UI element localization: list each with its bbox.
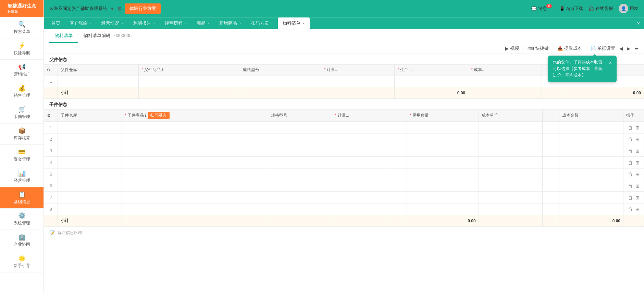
child-row-3-product[interactable] [122, 145, 268, 157]
child-row-5-warehouse[interactable] [58, 168, 122, 180]
child-row-1-qty[interactable] [407, 122, 479, 133]
trial-button[interactable]: 体验行业方案 [125, 3, 161, 14]
child-row-1-product[interactable] [122, 122, 268, 133]
delete-icon-4[interactable]: 🗑 [628, 160, 633, 165]
sub-tab-bom-code[interactable]: 物料清单编码 0000005 [78, 29, 137, 43]
app-download-action[interactable]: 📱 App下载 [559, 5, 583, 12]
child-row-1-unit[interactable] [332, 122, 390, 133]
parent-row-1-product[interactable] [139, 75, 240, 87]
child-row-3-unit-cost[interactable] [479, 145, 543, 157]
copy-icon-7[interactable]: ⊞ [635, 195, 640, 200]
delete-icon-6[interactable]: 🗑 [628, 183, 633, 189]
parent-col-settings[interactable]: ⚙ [44, 65, 58, 75]
copy-icon-3[interactable]: ⊞ [635, 148, 640, 154]
sidebar-item-guide[interactable]: 🌟新手引导 [0, 251, 44, 272]
copy-icon-2[interactable]: ⊞ [635, 137, 640, 142]
tooltip-close-button[interactable]: × [609, 59, 612, 67]
child-row-5-spec[interactable] [268, 168, 332, 180]
child-row-8-warehouse[interactable] [58, 203, 122, 215]
parent-row-1-production[interactable] [395, 75, 468, 87]
child-row-2-unit[interactable] [332, 133, 390, 145]
child-row-7-unit[interactable] [332, 192, 390, 203]
child-row-8-qty[interactable] [407, 203, 479, 215]
tab-close-条码方案[interactable]: × [271, 21, 273, 25]
sub-tab-bom-list[interactable]: 物料清单 [49, 29, 78, 43]
delete-icon-5[interactable]: 🗑 [628, 172, 633, 177]
sidebar-item-finance[interactable]: 💳资金管理 [0, 145, 44, 166]
tab-close-新增商品[interactable]: × [239, 21, 241, 25]
sidebar-item-basic-info[interactable]: 📋基础信息 [0, 187, 44, 209]
list-view-button[interactable]: ☰ [634, 46, 639, 51]
child-row-4-warehouse[interactable] [58, 157, 122, 168]
child-row-2-warehouse[interactable] [58, 133, 122, 145]
child-row-7-product[interactable] [122, 192, 268, 203]
extract-cost-button[interactable]: 📥 提取成本 [557, 45, 582, 51]
user-action[interactable]: 👤 用友 [619, 4, 639, 13]
child-row-6-warehouse[interactable] [58, 180, 122, 192]
child-row-3-warehouse[interactable] [58, 145, 122, 157]
child-row-3-unit[interactable] [332, 145, 390, 157]
sidebar-item-purchase[interactable]: 🛒采购管理 [0, 102, 44, 124]
sidebar-item-system[interactable]: ⚙️系统管理 [0, 209, 44, 230]
parent-row-1-unit[interactable] [321, 75, 395, 87]
online-service-action[interactable]: 🎧 在线客服 [589, 5, 613, 12]
tab-close-经营历程[interactable]: × [185, 21, 187, 25]
copy-icon-8[interactable]: ⊞ [635, 207, 640, 212]
nav-tab-利润报告[interactable]: 利润报告× [128, 17, 160, 29]
child-row-8-product[interactable] [122, 203, 268, 215]
parent-row-1-warehouse[interactable] [58, 75, 139, 87]
copy-icon-4[interactable]: ⊞ [635, 160, 640, 165]
sidebar-item-sales[interactable]: 💰销售管理 [0, 81, 44, 102]
tab-close-利润报告[interactable]: × [153, 21, 155, 25]
child-row-5-qty[interactable] [407, 168, 479, 180]
child-row-1-unit-cost[interactable] [479, 122, 543, 133]
child-row-3-qty[interactable] [407, 145, 479, 157]
delete-icon-7[interactable]: 🗑 [628, 195, 633, 200]
child-row-7-qty[interactable] [407, 192, 479, 203]
settings-icon[interactable]: ⚙ [117, 5, 122, 12]
message-action[interactable]: 💬 消息 6 [531, 5, 554, 12]
delete-icon-8[interactable]: 🗑 [628, 207, 633, 212]
child-row-2-spec[interactable] [268, 133, 332, 145]
sidebar-item-quick-nav[interactable]: ⚡快捷导航 [0, 38, 44, 60]
child-row-6-spec[interactable] [268, 180, 332, 192]
nav-tab-条码方案[interactable]: 条码方案× [246, 17, 278, 29]
system-dropdown-icon[interactable]: ▼ [110, 6, 114, 11]
sidebar-item-inventory[interactable]: 📦库存核算 [0, 124, 44, 145]
tab-close-经营情况[interactable]: × [121, 21, 123, 25]
delete-icon-1[interactable]: 🗑 [628, 125, 633, 130]
child-row-5-unit[interactable] [332, 168, 390, 180]
nav-tab-新增商品[interactable]: 新增商品× [214, 17, 246, 29]
child-row-6-product[interactable] [122, 180, 268, 192]
sidebar-item-enterprise[interactable]: 🏢企业协同 [0, 230, 44, 251]
single-setting-button[interactable]: 📄 单据设置 [591, 45, 615, 51]
child-row-4-spec[interactable] [268, 157, 332, 168]
child-col-settings[interactable]: ⚙ [44, 109, 58, 122]
next-button[interactable]: ▶ [627, 46, 630, 51]
nav-tab-商品[interactable]: 商品× [192, 17, 214, 29]
delete-icon-2[interactable]: 🗑 [628, 137, 633, 142]
child-row-4-unit-cost[interactable] [479, 157, 543, 168]
parent-row-1-spec[interactable] [240, 75, 321, 87]
child-row-8-unit[interactable] [332, 203, 390, 215]
child-row-5-unit-cost[interactable] [479, 168, 543, 180]
tab-close-物料清单[interactable]: × [302, 21, 305, 25]
child-row-2-unit-cost[interactable] [479, 133, 543, 145]
tab-close-商品[interactable]: × [208, 21, 210, 25]
child-row-8-unit-cost[interactable] [479, 203, 543, 215]
sidebar-item-operations[interactable]: 📊经营管理 [0, 166, 44, 187]
delete-icon-3[interactable]: 🗑 [628, 148, 633, 154]
copy-icon-5[interactable]: ⊞ [635, 172, 640, 177]
close-all-tabs[interactable]: × [636, 19, 641, 27]
child-row-7-warehouse[interactable] [58, 192, 122, 203]
child-row-5-product[interactable] [122, 168, 268, 180]
sidebar-item-search[interactable]: 🔍搜索菜单 [0, 17, 44, 38]
nav-tab-客户联络[interactable]: 客户联络× [65, 17, 97, 29]
child-row-4-product[interactable] [122, 157, 268, 168]
nav-tab-经营历程[interactable]: 经营历程× [160, 17, 191, 29]
child-row-2-product[interactable] [122, 133, 268, 145]
child-row-6-unit[interactable] [332, 180, 390, 192]
child-row-8-spec[interactable] [268, 203, 332, 215]
tab-close-客户联络[interactable]: × [90, 21, 92, 25]
parent-row-1-cost[interactable] [468, 75, 542, 87]
